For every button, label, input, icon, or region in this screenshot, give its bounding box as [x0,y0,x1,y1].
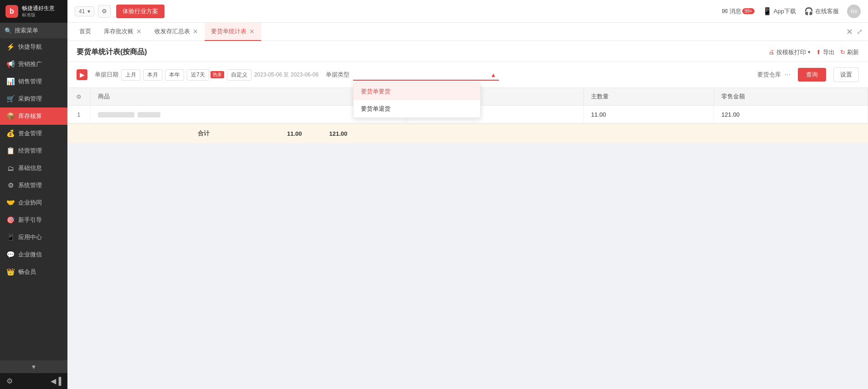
user-avatar[interactable]: Rit [847,5,861,18]
sidebar-item-quick-nav[interactable]: ⚡快捷导航 [0,38,67,56]
date-filter-group: 单据日期 上月 本月 本年 近7天 热多 自定义 2023-05-06 至 20… [95,69,318,81]
sidebar-item-enterprise[interactable]: 🤝企业协同 [0,194,67,211]
type-dropdown: 要货单要货 要货单退货 [353,82,481,118]
sidebar-nav: ⚡快捷导航📢营销推广📊销售管理🛒采购管理📦库存核算💰资金管理📋经营管理🗂基础信息… [0,38,67,360]
this-year-btn[interactable]: 本年 [165,69,184,81]
tab-bar: 首页库存批次账✕收发存汇总表✕要货单统计表✕ ✕ ⤢ [67,23,868,41]
online-service-btn[interactable]: 🎧 在线客服 [804,7,839,15]
nav-icon-inventory: 📦 [6,112,15,120]
collapse-icon[interactable]: ◀▐ [51,377,61,385]
type-filter-group: 单据类型 ▲ 要货单要货 要货单退货 [326,69,750,81]
settings-col-header[interactable]: ⚙ [67,88,90,106]
header-right: ✉ 消息 99+ 📱 App下载 🎧 在线客服 Rit [722,5,861,18]
top-header: 41 ▾ ⚙ 体验行业方案 ✉ 消息 99+ 📱 App下载 🎧 在线客服 [67,0,868,23]
nav-icon-quick-nav: ⚡ [6,43,15,51]
print-icon: 🖨 [769,49,775,56]
sidebar-item-marketing[interactable]: 📢营销推广 [0,56,67,73]
service-icon: 🎧 [804,7,813,15]
expand-tabs-btn[interactable]: ⤢ [857,27,863,36]
last-month-btn[interactable]: 上月 [121,69,140,81]
product-code-placeholder [138,112,160,118]
refresh-btn[interactable]: ↻ 刷新 [840,48,859,56]
header-settings-btn[interactable]: ⚙ [98,5,111,18]
set-btn[interactable]: 设置 [833,67,859,82]
sidebar-item-purchase[interactable]: 🛒采购管理 [0,90,67,107]
sidebar-item-app-center[interactable]: 📱应用中心 [0,229,67,246]
dropdown-item-return[interactable]: 要货单退货 [354,100,480,118]
app-logo: b 畅捷通好生意 标准版 [0,0,67,23]
nav-icon-system: ⚙ [6,181,15,189]
dropdown-item-requisition[interactable]: 要货单要货 [354,83,480,100]
tab-home[interactable]: 首页 [73,23,98,41]
tab-receive-summary[interactable]: 收发存汇总表✕ [148,23,205,41]
sidebar-scroll-down[interactable]: ▼ [0,360,67,373]
sidebar-item-guide[interactable]: 🎯新手引导 [0,211,67,229]
total-row: 合计 11.00 121.00 [67,123,868,143]
trial-btn[interactable]: 体验行业方案 [116,5,164,18]
nav-icon-finance: 💰 [6,129,15,138]
sidebar-item-operations[interactable]: 📋经营管理 [0,142,67,159]
logo-icon: b [5,5,18,18]
sidebar-item-vip[interactable]: 👑畅会员 [0,263,67,281]
header-left: 41 ▾ ⚙ 体验行业方案 [75,5,722,18]
nav-icon-purchase: 🛒 [6,95,15,103]
page-title: 要货单统计表(按商品) [77,47,147,57]
tab-inventory-batch[interactable]: 库存批次账✕ [98,23,148,41]
type-input-wrap: ▲ 要货单要货 要货单退货 [353,69,499,81]
page-actions: 🖨 按模板打印 ▾ ⬆ 导出 ↻ 刷新 [769,48,859,56]
settings-icon[interactable]: ⚙ [6,377,13,385]
type-input[interactable] [353,69,499,81]
nav-icon-sales: 📊 [6,77,15,86]
sidebar-item-inventory[interactable]: 📦库存核算 [0,107,67,125]
page-title-bar: 要货单统计表(按商品) 🖨 按模板打印 ▾ ⬆ 导出 ↻ 刷新 [67,41,868,62]
sidebar-item-basic-info[interactable]: 🗂基础信息 [0,159,67,177]
close-tab-order-summary[interactable]: ✕ [249,28,255,35]
warehouse-filter-group: 要货仓库 ··· [757,71,791,79]
col-settings-icon[interactable]: ⚙ [76,93,82,100]
export-icon: ⬆ [816,49,821,56]
amount-col-header: 零售金额 [714,88,868,106]
sidebar-item-sales[interactable]: 📊销售管理 [0,73,67,90]
filter-toggle-btn[interactable]: ▶ [77,69,87,80]
page-content: 要货单统计表(按商品) 🖨 按模板打印 ▾ ⬆ 导出 ↻ 刷新 ▶ [67,41,868,389]
custom-date-btn[interactable]: 自定义 [227,69,252,81]
nav-icon-app-center: 📱 [6,233,15,241]
close-all-tabs-btn[interactable]: ✕ [846,27,853,37]
print-btn[interactable]: 🖨 按模板打印 ▾ [769,48,811,56]
nav-icon-enterprise: 🤝 [6,199,15,207]
nav-icon-guide: 🎯 [6,216,15,224]
sidebar-item-system[interactable]: ⚙系统管理 [0,177,67,194]
messages-btn[interactable]: ✉ 消息 99+ [722,7,755,15]
nav-icon-operations: 📋 [6,147,15,155]
message-icon: ✉ [722,7,728,15]
sidebar-search[interactable]: 🔍 搜索菜单 [0,23,67,38]
tab-bar-right: ✕ ⤢ [846,27,863,37]
message-badge: 99+ [742,8,755,14]
chevron-down-icon: ▾ [808,49,811,55]
close-tab-receive-summary[interactable]: ✕ [193,28,198,35]
warehouse-more-btn[interactable]: ··· [785,71,791,79]
avatar: Rit [847,5,861,18]
total-amount: 121.00 [329,130,348,137]
total-label: 合计 [198,129,210,138]
this-month-btn[interactable]: 本月 [143,69,162,81]
last-7-days-btn[interactable]: 近7天 [187,69,209,81]
download-icon: 📱 [763,7,772,15]
query-btn[interactable]: 查询 [798,68,826,82]
filter-area: ▶ 单据日期 上月 本月 本年 近7天 热多 自定义 2023-05-06 至 … [67,62,868,88]
sidebar: b 畅捷通好生意 标准版 🔍 搜索菜单 ⚡快捷导航📢营销推广📊销售管理🛒采购管理… [0,0,67,389]
sidebar-item-enterprise-wechat[interactable]: 💬企业微信 [0,246,67,263]
nav-icon-enterprise-wechat: 💬 [6,251,15,259]
search-icon: 🔍 [5,27,12,34]
app-download-btn[interactable]: 📱 App下载 [763,7,796,15]
sidebar-item-finance[interactable]: 💰资金管理 [0,125,67,142]
hot-badge: 热多 [211,71,224,78]
breadcrumb-selector[interactable]: 41 ▾ [75,6,94,16]
main-area: 41 ▾ ⚙ 体验行业方案 ✉ 消息 99+ 📱 App下载 🎧 在线客服 [67,0,868,389]
total-quantity: 11.00 [287,130,302,137]
export-btn[interactable]: ⬆ 导出 [816,48,835,56]
type-dropdown-arrow[interactable]: ▲ [490,72,496,78]
tab-order-summary[interactable]: 要货单统计表✕ [205,23,261,41]
close-tab-inventory-batch[interactable]: ✕ [136,28,142,35]
sidebar-bottom: ⚙ ◀▐ [0,373,67,389]
